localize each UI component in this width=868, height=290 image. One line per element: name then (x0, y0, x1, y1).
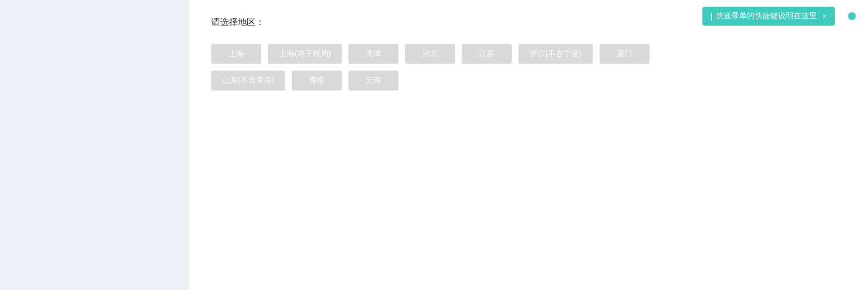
region-btn-xiamen[interactable]: 厦门 (600, 44, 650, 64)
tooltip-banner: 快速录单的快捷键说明在这里 × (702, 7, 835, 26)
main-content: 请选择地区： 上海 上海(电子税局) 天津 河北 江苏 浙江(不含宁波) 厦门 … (189, 0, 868, 290)
region-btn-tianjin[interactable]: 天津 (348, 44, 398, 64)
region-btn-zhejiang[interactable]: 浙江(不含宁波) (518, 44, 592, 64)
tooltip-label: 快速录单的快捷键说明在这里 (716, 11, 817, 21)
region-row-2: 山东(不含青岛) 海南 云南 (211, 71, 846, 91)
region-row-1: 上海 上海(电子税局) 天津 河北 江苏 浙江(不含宁波) 厦门 (211, 44, 846, 64)
region-btn-yunnan[interactable]: 云南 (348, 71, 398, 91)
region-btn-hebei[interactable]: 河北 (405, 44, 455, 64)
region-btn-shanghai-etax[interactable]: 上海(电子税局) (268, 44, 342, 64)
tooltip-close-button[interactable]: × (822, 12, 827, 21)
tooltip-dot (848, 12, 856, 20)
region-btn-jiangsu[interactable]: 江苏 (462, 44, 512, 64)
region-btn-shandong[interactable]: 山东(不含青岛) (211, 71, 285, 91)
left-sidebar (0, 0, 189, 290)
region-btn-hainan[interactable]: 海南 (292, 71, 342, 91)
region-btn-shanghai[interactable]: 上海 (211, 44, 261, 64)
